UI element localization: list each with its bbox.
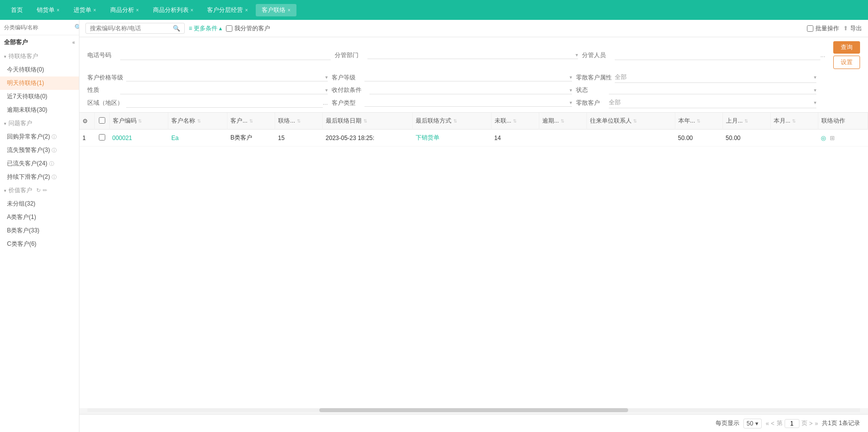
- th-overdue[interactable]: 逾期... ⇅: [539, 113, 586, 130]
- sidebar-item-overdue-pending[interactable]: 逾期未联络(30): [0, 103, 79, 117]
- page-input[interactable]: [785, 419, 799, 428]
- page-last-btn[interactable]: »: [815, 420, 818, 427]
- row-checkbox[interactable]: [99, 134, 105, 141]
- price-level-select[interactable]: ▾: [126, 73, 328, 81]
- query-button[interactable]: 查询: [833, 41, 860, 54]
- manager-input[interactable]: [615, 51, 820, 60]
- close-product-analysis-tab[interactable]: ×: [136, 7, 139, 13]
- th-this-year[interactable]: 本年... ⇅: [675, 113, 723, 130]
- sidebar-item-ungrouped[interactable]: 未分组(32): [0, 197, 79, 211]
- th-contacts[interactable]: 联络... ⇅: [275, 113, 323, 130]
- my-customers-checkbox-wrap[interactable]: 我分管的客户: [226, 24, 270, 33]
- region-input[interactable]: [126, 98, 323, 108]
- payment-select[interactable]: ▾: [369, 86, 572, 94]
- sidebar-item-7day-pending[interactable]: 近7天待联络(0): [0, 90, 79, 103]
- close-customer-contact-tab[interactable]: ×: [288, 7, 290, 13]
- customer-table: ⚙ 客户编码 ⇅ 客户名称 ⇅ 客户... ⇅: [79, 113, 868, 146]
- sidebar-item-declining[interactable]: 持续下滑客户(2) ⓘ: [0, 170, 79, 184]
- select-all-checkbox[interactable]: [99, 117, 105, 124]
- td-checkbox[interactable]: [94, 130, 109, 146]
- th-last-contact-method[interactable]: 最后联络方式 ⇅: [413, 113, 491, 130]
- page-nav: « < 第 页 > »: [766, 419, 818, 428]
- sidebar-item-tomorrow-pending[interactable]: 明天待联络(1): [0, 76, 79, 90]
- sidebar-search-input[interactable]: [4, 24, 72, 30]
- status-select[interactable]: ▾: [609, 86, 816, 94]
- phone-input[interactable]: [120, 51, 331, 60]
- filter-manager: 分管人员 ...: [582, 51, 825, 60]
- manager-dots[interactable]: ...: [820, 52, 825, 59]
- region-label: 区域（地区）: [87, 99, 123, 107]
- batch-op-btn[interactable]: 批量操作: [807, 24, 839, 33]
- batch-op-checkbox[interactable]: [807, 25, 813, 32]
- nav-item-customer-contact[interactable]: 客户联络 ×: [256, 4, 296, 16]
- close-customer-seg-tab[interactable]: ×: [245, 7, 248, 13]
- my-customers-checkbox[interactable]: [226, 25, 232, 32]
- sort-contacts-icon: ⇅: [297, 119, 301, 124]
- th-this-month[interactable]: 本月... ⇅: [770, 113, 818, 130]
- th-last-contact-date[interactable]: 最后联络日期 ⇅: [323, 113, 413, 130]
- region-dots[interactable]: ...: [323, 99, 328, 106]
- sidebar-item-churned[interactable]: 已流失客户(24) ⓘ: [0, 157, 79, 170]
- th-settings[interactable]: ⚙: [79, 113, 94, 130]
- all-customers-title[interactable]: 全部客户 «: [0, 35, 79, 50]
- th-name[interactable]: 客户名称 ⇅: [168, 113, 227, 130]
- search-input[interactable]: [90, 25, 171, 32]
- td-actions: ◎ ⊞: [818, 130, 868, 146]
- scrollbar-thumb[interactable]: [319, 408, 628, 412]
- th-type[interactable]: 客户... ⇅: [227, 113, 275, 130]
- nav-item-product-analysis[interactable]: 商品分析 ×: [104, 4, 145, 16]
- page-first-btn[interactable]: «: [766, 420, 769, 427]
- sidebar-item-b-class[interactable]: B类客户(33): [0, 224, 79, 237]
- retail-attr-select[interactable]: 全部 ▾: [615, 72, 816, 83]
- nav-item-product-analysis-list[interactable]: 商品分析列表 ×: [147, 4, 200, 16]
- td-code[interactable]: 000021: [109, 130, 168, 146]
- close-product-analysis-list-tab[interactable]: ×: [191, 7, 194, 13]
- th-code[interactable]: 客户编码 ⇅: [109, 113, 168, 130]
- td-name[interactable]: Ea: [168, 130, 227, 146]
- th-related-contact[interactable]: 往来单位联系人 ⇅: [586, 113, 675, 130]
- dept-select[interactable]: ▾: [367, 51, 578, 59]
- action-view-icon[interactable]: ◎: [821, 135, 826, 142]
- close-purchase-tab[interactable]: ×: [93, 7, 96, 13]
- close-sales-tab[interactable]: ×: [57, 7, 60, 13]
- collapse-icon[interactable]: «: [72, 40, 75, 45]
- sidebar-search-icon[interactable]: 🔍: [74, 24, 79, 31]
- th-checkbox[interactable]: [94, 113, 109, 130]
- customer-type-select[interactable]: ▾: [364, 99, 572, 107]
- nav-item-customer-segmentation[interactable]: 客户分层经营 ×: [201, 4, 254, 16]
- main-layout: 🔍 全部客户 « ▾ 待联络客户 今天待联络(0) 明天待联络(1) 近7天待联…: [0, 20, 868, 432]
- filter-payment: 收付款条件 ▾: [332, 86, 572, 94]
- search-icon[interactable]: 🔍: [173, 25, 180, 32]
- td-last-contact-method[interactable]: 下销货单: [413, 130, 491, 146]
- customer-level-select[interactable]: ▾: [364, 73, 572, 81]
- sort-related-icon: ⇅: [633, 119, 637, 124]
- filter-toolbar: 🔍 ≡ 更多条件 ▴ 我分管的客户 批量操作 ⬆ 导出: [79, 20, 868, 37]
- sidebar-item-today-pending[interactable]: 今天待联络(0): [0, 63, 79, 76]
- page-size-select[interactable]: 50 ▾: [743, 419, 762, 429]
- export-btn[interactable]: ⬆ 导出: [843, 24, 862, 33]
- retail-customer-chevron: ▾: [814, 100, 816, 105]
- filter-customer-type: 客户类型 ▾: [332, 99, 572, 107]
- th-uncontacted[interactable]: 未联... ⇅: [491, 113, 539, 130]
- reset-button[interactable]: 设置: [833, 56, 860, 69]
- sort-last-month-icon: ⇅: [744, 119, 748, 124]
- payment-label: 收付款条件: [332, 86, 366, 94]
- nav-item-home[interactable]: 首页: [5, 4, 29, 16]
- th-last-month[interactable]: 上月... ⇅: [723, 113, 770, 130]
- sidebar-item-a-class[interactable]: A类客户(1): [0, 211, 79, 224]
- td-this-month: [770, 130, 818, 146]
- nav-item-purchase[interactable]: 进货单 ×: [68, 4, 102, 16]
- more-conditions-btn[interactable]: ≡ 更多条件 ▴: [189, 24, 222, 33]
- action-more-icon[interactable]: ⊞: [830, 135, 835, 142]
- nature-label: 性质: [87, 86, 117, 94]
- sidebar-item-abnormal-repurchase[interactable]: 回购异常客户(2) ⓘ: [0, 130, 79, 144]
- page-prev-btn[interactable]: <: [771, 420, 775, 427]
- nav-item-sales[interactable]: 销货单 ×: [31, 4, 66, 16]
- page-next-btn[interactable]: >: [809, 420, 813, 427]
- sidebar-item-churn-warning[interactable]: 流失预警客户(3) ⓘ: [0, 144, 79, 157]
- sort-date-icon: ⇅: [363, 119, 367, 124]
- sidebar-item-c-class[interactable]: C类客户(6): [0, 237, 79, 251]
- nature-select[interactable]: ▾: [120, 86, 328, 94]
- horizontal-scrollbar[interactable]: [87, 408, 860, 412]
- retail-customer-select[interactable]: 全部 ▾: [609, 97, 816, 108]
